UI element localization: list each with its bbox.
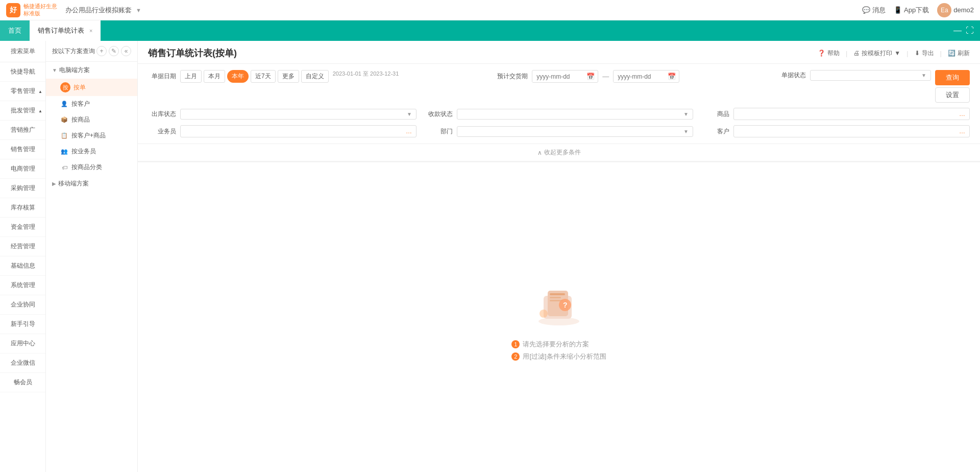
scheme-group-mobile: ▶ 移动端方案 [46, 175, 137, 192]
logo-icon: 好 [6, 3, 20, 17]
date-btn-last-month[interactable]: 上月 [180, 70, 202, 83]
sidebar-item-system[interactable]: 系统管理 [0, 276, 45, 295]
sidebar-item-wechat[interactable]: 企业微信 [0, 353, 45, 373]
scheme-item-by-goods[interactable]: 📦 按商品 [46, 112, 137, 128]
sidebar-item-ecommerce[interactable]: 电商管理 [0, 159, 45, 179]
refresh-btn[interactable]: 🔄 刷新 [948, 49, 970, 58]
scheme-panel: 按以下方案查询 + ✎ « ▼ 电脑端方案 按 按单 👤 按客 [46, 41, 138, 472]
date-btn-this-month[interactable]: 本月 [204, 70, 225, 83]
search-menu-btn[interactable]: 搜索菜单 [4, 45, 41, 58]
sidebar-item-cooperation[interactable]: 企业协同 [0, 295, 45, 315]
sidebar-item-finance[interactable]: 资金管理 [0, 218, 45, 237]
mobile-group-arrow-icon: ▶ [52, 181, 56, 186]
empty-tips: 1 请先选择要分析的方案 2 用[过滤]条件来缩小分析范围 [511, 340, 606, 364]
goods-more-btn[interactable]: … [959, 110, 965, 117]
sidebar-item-basic[interactable]: 基础信息 [0, 256, 45, 276]
salesperson-label: 业务员 [148, 127, 176, 136]
payment-status-label: 收款状态 [425, 110, 453, 119]
scheme-panel-header: 按以下方案查询 + ✎ « [46, 41, 137, 62]
help-btn[interactable]: ❓ 帮助 [818, 49, 840, 58]
action-buttons: 查询 设置 [935, 70, 970, 103]
date-btn-this-year[interactable]: 本年 [227, 70, 249, 83]
top-bar: 好 畅捷通好生意 标准版 办公用品行业模拟账套 ▼ 💬 消息 📱 App下载 E… [0, 0, 980, 20]
export-btn[interactable]: ⬇ 导出 [915, 49, 934, 58]
date-btn-7days[interactable]: 近7天 [251, 70, 276, 83]
divider1: | [846, 50, 847, 57]
empty-tip-1: 1 请先选择要分析的方案 [511, 340, 606, 349]
window-maximize-btn[interactable]: ⛶ [966, 26, 974, 35]
sidebar-item-newbie[interactable]: 新手引导 [0, 315, 45, 334]
print-btn[interactable]: 🖨 按模板打印 ▼ [853, 49, 900, 58]
goods-select[interactable]: … [733, 108, 970, 120]
scheme-item-by-category[interactable]: 🏷 按商品分类 [46, 159, 137, 175]
sidebar-item-apps[interactable]: 应用中心 [0, 334, 45, 353]
sidebar-item-member[interactable]: 畅会员 [0, 373, 45, 392]
logo-text: 畅捷通好生意 标准版 [23, 3, 57, 16]
date-filter: 上月 本月 本年 近7天 更多 自定义 [180, 70, 329, 83]
scheme-item-icon-by-category: 🏷 [60, 163, 68, 172]
scheme-edit-btn[interactable]: ✎ [109, 46, 119, 56]
scheme-item-icon-by-customer: 👤 [60, 100, 68, 108]
scheme-panel-actions: + ✎ « [96, 46, 131, 56]
collapse-bar[interactable]: ∧ 收起更多条件 [138, 144, 980, 161]
date-range-text: 2023-01-01 至 2023-12-31 [333, 70, 399, 78]
empty-illustration: ? [528, 270, 590, 332]
delivery-status-select[interactable]: ▼ [180, 109, 416, 120]
payment-status-select[interactable]: ▼ [457, 109, 693, 120]
delivery-status-arrow: ▼ [407, 111, 412, 117]
sidebar-item-retail[interactable]: 零售管理 [0, 82, 45, 101]
window-minimize-btn[interactable]: — [953, 26, 962, 35]
empty-tip-2: 2 用[过滤]条件来缩小分析范围 [511, 352, 606, 361]
print-dropdown-arrow[interactable]: ▼ [894, 50, 900, 57]
date-start-input[interactable]: 📅 [532, 70, 598, 83]
sidebar-item-wholesale[interactable]: 批发管理 [0, 101, 45, 121]
scheme-group-desktop-header[interactable]: ▼ 电脑端方案 [46, 62, 137, 79]
sidebar-item-marketing[interactable]: 营销推广 [0, 121, 45, 140]
expected-delivery-label: 预计交货期 [497, 72, 528, 81]
svg-rect-3 [550, 293, 565, 295]
settings-btn[interactable]: 设置 [935, 87, 970, 103]
tip-num-2: 2 [511, 352, 520, 361]
app-title-arrow[interactable]: ▼ [136, 7, 141, 13]
payment-status-arrow: ▼ [683, 111, 689, 117]
salesperson-input[interactable]: … [180, 125, 416, 137]
customer-input[interactable]: … [733, 125, 970, 137]
department-select[interactable]: ▼ [457, 126, 693, 137]
scheme-item-by-customer[interactable]: 👤 按客户 [46, 96, 137, 112]
scheme-item-by-staff[interactable]: 👥 按业务员 [46, 144, 137, 159]
sidebar-item-operation[interactable]: 经营管理 [0, 237, 45, 256]
scheme-panel-title: 按以下方案查询 [52, 47, 95, 56]
top-bar-right: 💬 消息 📱 App下载 Ea demo2 [862, 3, 974, 17]
svg-point-8 [540, 310, 548, 318]
sidebar-item-shortcut[interactable]: 快捷导航 [0, 62, 45, 82]
query-btn[interactable]: 查询 [935, 70, 970, 85]
tab-sales-order[interactable]: 销售订单统计表 × [30, 20, 101, 41]
download-icon: 📱 [894, 6, 902, 14]
tab-close-btn[interactable]: × [89, 28, 92, 34]
app-download-btn[interactable]: 📱 App下载 [894, 6, 929, 15]
date-btn-custom[interactable]: 自定义 [301, 70, 329, 83]
user-profile[interactable]: Ea demo2 [937, 3, 974, 17]
scheme-add-btn[interactable]: + [96, 46, 107, 56]
group-arrow-icon: ▼ [52, 67, 57, 73]
top-bar-left: 好 畅捷通好生意 标准版 办公用品行业模拟账套 ▼ [6, 3, 141, 17]
collapse-text: ∧ 收起更多条件 [537, 148, 581, 157]
sidebar-item-inventory[interactable]: 库存核算 [0, 198, 45, 218]
order-status-label: 单据状态 [778, 71, 806, 80]
message-btn[interactable]: 💬 消息 [862, 6, 886, 15]
date-btn-more[interactable]: 更多 [278, 70, 299, 83]
sidebar-item-purchase[interactable]: 采购管理 [0, 179, 45, 198]
order-status-select[interactable]: ▼ [810, 70, 931, 81]
scheme-item-by-customer-goods[interactable]: 📋 按客户+商品 [46, 128, 137, 144]
scheme-item-by-order[interactable]: 按 按单 [46, 79, 137, 96]
empty-state: ? 1 请先选择要分析的方案 2 用[过滤]条件来缩小分析范围 [138, 162, 980, 472]
svg-rect-4 [550, 297, 561, 298]
salesperson-more-btn[interactable]: … [406, 128, 412, 135]
tab-home[interactable]: 首页 [0, 20, 30, 41]
divider3: | [940, 50, 942, 57]
sidebar-item-sales[interactable]: 销售管理 [0, 140, 45, 159]
date-end-input[interactable]: 📅 [613, 70, 679, 83]
customer-more-btn[interactable]: … [959, 128, 965, 135]
scheme-group-mobile-header[interactable]: ▶ 移动端方案 [46, 175, 137, 192]
scheme-collapse-btn[interactable]: « [121, 46, 131, 56]
